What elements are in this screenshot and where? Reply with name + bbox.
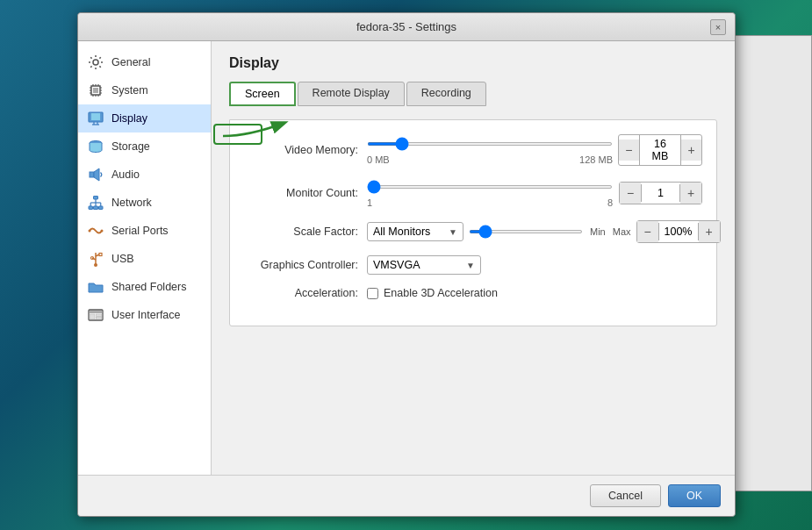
serial-icon bbox=[87, 222, 104, 240]
video-memory-spinbox: − 16 MB + bbox=[618, 134, 702, 166]
monitor-count-slider-track bbox=[367, 178, 614, 196]
svg-rect-44 bbox=[97, 318, 103, 320]
acceleration-checkbox-row: Enable 3D Acceleration bbox=[367, 287, 498, 299]
monitor-count-control: 1 8 − 1 + bbox=[367, 178, 702, 208]
monitor-count-increment[interactable]: + bbox=[680, 183, 701, 204]
sidebar-item-user-interface[interactable]: User Interface bbox=[78, 301, 211, 329]
svg-rect-42 bbox=[90, 314, 95, 319]
content-area: Display Screen Remote Display Recording … bbox=[212, 41, 735, 475]
svg-rect-16 bbox=[91, 113, 100, 120]
enable-3d-acceleration-label[interactable]: Enable 3D Acceleration bbox=[384, 287, 498, 299]
scale-factor-slider[interactable] bbox=[469, 230, 583, 233]
scale-factor-spinbox: − 100% + bbox=[636, 220, 721, 243]
ok-button[interactable]: OK bbox=[668, 484, 721, 507]
video-memory-increment[interactable]: + bbox=[681, 140, 701, 161]
sidebar-item-shared-folders[interactable]: Shared Folders bbox=[78, 273, 211, 301]
settings-dialog: fedora-35 - Settings × General bbox=[77, 12, 736, 517]
sidebar-shared-folders-label: Shared Folders bbox=[111, 281, 186, 293]
svg-point-39 bbox=[94, 263, 97, 267]
graphics-chevron-icon: ▼ bbox=[466, 261, 475, 270]
sidebar-item-system[interactable]: System bbox=[78, 76, 211, 104]
monitor-count-max-label: 8 bbox=[607, 197, 613, 208]
tab-screen[interactable]: Screen bbox=[229, 82, 296, 106]
svg-rect-21 bbox=[90, 172, 94, 177]
monitor-count-min-label: 1 bbox=[367, 197, 372, 208]
dialog-footer: Cancel OK bbox=[78, 475, 735, 516]
scale-factor-dropdown-value: All Monitors bbox=[373, 226, 443, 238]
graphics-controller-control: VMSVGA ▼ bbox=[367, 255, 702, 275]
video-memory-max-label: 128 MB bbox=[579, 154, 613, 165]
sidebar-item-serial-ports[interactable]: Serial Ports bbox=[78, 217, 211, 245]
video-memory-slider-container: 0 MB 128 MB bbox=[367, 135, 613, 165]
graphics-controller-row: Graphics Controller: VMSVGA ▼ bbox=[244, 255, 702, 275]
sidebar-item-usb[interactable]: USB bbox=[78, 245, 211, 273]
acceleration-control: Enable 3D Acceleration bbox=[367, 287, 702, 299]
graphics-controller-value: VMSVGA bbox=[373, 259, 461, 271]
tab-remote-display[interactable]: Remote Display bbox=[298, 82, 405, 106]
acceleration-label: Acceleration: bbox=[244, 287, 358, 299]
monitor-count-label: Monitor Count: bbox=[244, 187, 358, 199]
scale-factor-increment[interactable]: + bbox=[699, 221, 720, 242]
svg-rect-25 bbox=[99, 206, 104, 210]
scale-max-label: Max bbox=[613, 226, 631, 237]
sidebar: General bbox=[78, 41, 212, 475]
gear-icon bbox=[87, 54, 104, 71]
sidebar-network-label: Network bbox=[111, 197, 152, 209]
title-bar: fedora-35 - Settings × bbox=[78, 13, 735, 41]
cancel-button[interactable]: Cancel bbox=[590, 484, 661, 507]
monitor-count-value: 1 bbox=[641, 184, 680, 202]
monitor-count-row: Monitor Count: 1 8 − bbox=[244, 178, 702, 208]
svg-rect-43 bbox=[97, 314, 103, 317]
monitor-count-slider-container: 1 8 bbox=[367, 178, 614, 208]
sidebar-item-audio[interactable]: Audio bbox=[78, 161, 211, 189]
svg-rect-36 bbox=[99, 254, 102, 256]
video-memory-control: 0 MB 128 MB − 16 MB + bbox=[367, 134, 702, 166]
enable-3d-acceleration-checkbox[interactable] bbox=[367, 288, 378, 299]
monitor-icon bbox=[87, 110, 104, 127]
svg-rect-23 bbox=[94, 197, 98, 200]
scale-factor-decrement[interactable]: − bbox=[637, 221, 658, 242]
scale-factor-row: Scale Factor: All Monitors ▼ Min Max bbox=[244, 220, 702, 243]
video-memory-min-label: 0 MB bbox=[367, 154, 390, 165]
scale-slider-wrap: Min Max bbox=[469, 226, 631, 237]
dialog-title: fedora-35 - Settings bbox=[103, 20, 710, 33]
svg-rect-26 bbox=[94, 206, 98, 210]
network-icon bbox=[87, 194, 104, 211]
video-memory-slider-track bbox=[367, 135, 613, 153]
tab-recording[interactable]: Recording bbox=[406, 82, 486, 106]
audio-icon bbox=[87, 166, 104, 183]
monitor-count-slider[interactable] bbox=[367, 185, 613, 189]
sidebar-display-label: Display bbox=[111, 112, 147, 125]
monitor-count-decrement[interactable]: − bbox=[620, 183, 641, 204]
video-memory-value: 16 MB bbox=[639, 135, 681, 165]
sidebar-user-interface-label: User Interface bbox=[111, 309, 181, 321]
sidebar-item-display[interactable]: Display bbox=[78, 104, 211, 132]
sidebar-item-network[interactable]: Network bbox=[78, 189, 211, 217]
page-title: Display bbox=[229, 55, 717, 71]
sidebar-general-label: General bbox=[111, 56, 150, 68]
graphics-controller-dropdown[interactable]: VMSVGA ▼ bbox=[367, 255, 481, 275]
scale-factor-dropdown[interactable]: All Monitors ▼ bbox=[367, 222, 463, 241]
scale-factor-control: All Monitors ▼ Min Max − 100% + bbox=[367, 220, 721, 243]
scale-factor-value: 100% bbox=[658, 223, 699, 240]
close-button[interactable]: × bbox=[710, 19, 726, 35]
storage-icon bbox=[87, 138, 104, 155]
tab-bar: Screen Remote Display Recording bbox=[229, 82, 717, 106]
sidebar-item-general[interactable]: General bbox=[78, 48, 211, 76]
sidebar-storage-label: Storage bbox=[111, 140, 150, 153]
video-memory-row: Video Memory: 0 MB 128 MB − bbox=[244, 134, 702, 166]
video-memory-slider[interactable] bbox=[367, 142, 613, 146]
svg-rect-41 bbox=[90, 311, 102, 313]
video-memory-label: Video Memory: bbox=[244, 144, 358, 156]
sidebar-system-label: System bbox=[111, 84, 148, 97]
sidebar-item-storage[interactable]: Storage bbox=[78, 132, 211, 161]
graphics-controller-label: Graphics Controller: bbox=[244, 259, 358, 271]
folder-icon bbox=[87, 278, 104, 296]
screen-tab-content: Video Memory: 0 MB 128 MB − bbox=[229, 119, 717, 326]
video-memory-decrement[interactable]: − bbox=[619, 140, 639, 161]
acceleration-row: Acceleration: Enable 3D Acceleration bbox=[244, 287, 702, 299]
sidebar-usb-label: USB bbox=[111, 253, 134, 265]
sidebar-audio-label: Audio bbox=[111, 168, 140, 181]
monitor-count-spinbox: − 1 + bbox=[619, 182, 702, 204]
dialog-body: General bbox=[78, 41, 735, 475]
